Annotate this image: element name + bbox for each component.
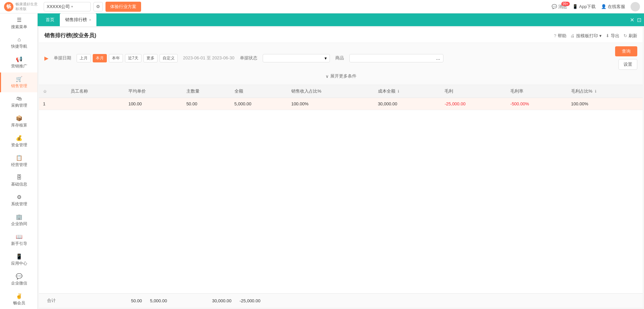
online-service-button[interactable]: 👤 在线客服	[601, 4, 625, 10]
sidebar-item-search[interactable]: ☰ 搜索菜单	[0, 13, 37, 33]
sidebar-item-shortcut[interactable]: ⌂ 快捷导航	[0, 33, 37, 53]
help-button[interactable]: ? 帮助	[554, 33, 566, 39]
settings-button[interactable]: ⚙	[93, 2, 103, 11]
col-amount: 全额	[230, 85, 287, 98]
sidebar-item-member[interactable]: ✌ 畅会员	[0, 290, 37, 309]
filter-row-main: ▶ 单据日期 上月 本月 本年 近7天 更多 自定义 2023-06-01 至 …	[44, 46, 637, 70]
sidebar-item-marketing[interactable]: 📢 营销推广	[0, 53, 37, 72]
cell-profit-pct: 100.00%	[567, 98, 643, 110]
top-bar: 畅 畅康通好生意 标准版 XXXXX公司 ▾ ⚙ 体验行业方案 💬 消息 99+…	[0, 0, 644, 13]
status-label: 单据状态	[240, 55, 257, 61]
message-badge: 99+	[561, 2, 570, 6]
cost-info-icon[interactable]: ℹ	[398, 89, 399, 93]
tab-minimize-icon[interactable]: ✕	[630, 17, 634, 23]
message-icon: 💬	[552, 4, 557, 9]
sidebar-item-inventory[interactable]: 📦 库存核算	[0, 112, 37, 132]
filter-expand-icon[interactable]: ▶	[44, 55, 48, 61]
footer-profit: -25,000.00	[235, 298, 264, 304]
print-dropdown-icon[interactable]: ▾	[599, 33, 602, 38]
app-icon: 📱	[572, 4, 578, 9]
col-qty: 主数量	[182, 85, 230, 98]
date-7days-btn[interactable]: 近7天	[125, 54, 141, 62]
finance-icon: 💰	[16, 135, 23, 141]
sidebar-item-basic[interactable]: 🗄 基础信息	[0, 171, 37, 191]
wechat-icon: 💬	[16, 273, 23, 279]
date-year-btn[interactable]: 本年	[109, 54, 123, 62]
sidebar-item-purchase[interactable]: 🛍 采购管理	[0, 92, 37, 112]
table-footer: 合计 50.00 5,000.00 30,000.00 -25,000.00	[39, 293, 643, 308]
col-profit: 毛利	[440, 85, 506, 98]
filter-right: 查询 设置	[615, 46, 637, 70]
inventory-icon: 📦	[16, 115, 23, 121]
page-content: 销售排行榜(按业务员) ? 帮助 🖨 按模板打印 ▾ ⬇ 导出	[39, 28, 643, 308]
footer-label: 合计	[43, 297, 70, 304]
basic-icon: 🗄	[16, 174, 22, 181]
chevron-down-icon: ▾	[71, 5, 73, 8]
status-select[interactable]: ▾	[263, 54, 330, 62]
query-button[interactable]: 查询	[615, 46, 637, 56]
top-bar-right: 💬 消息 99+ 📱 App下载 👤 在线客服	[552, 2, 640, 11]
col-rank: ☆	[39, 85, 67, 98]
tab-home[interactable]: 首页	[40, 13, 60, 26]
date-prev-btn[interactable]: 上月	[77, 54, 91, 62]
date-current-btn[interactable]: 本月	[93, 54, 107, 62]
sidebar-item-apps[interactable]: 📱 应用中心	[0, 250, 37, 270]
trial-button[interactable]: 体验行业方案	[105, 2, 141, 12]
cell-qty: 50.00	[182, 98, 230, 110]
profit-pct-info-icon[interactable]: ℹ	[595, 89, 596, 93]
sidebar-item-system[interactable]: ⚙ 系统管理	[0, 191, 37, 210]
footer-amount: 5,000.00	[146, 298, 171, 304]
footer-qty: 50.00	[127, 298, 146, 304]
cell-sales-pct: 100.00%	[287, 98, 374, 110]
date-custom-btn[interactable]: 自定义	[160, 54, 178, 62]
table-row[interactable]: 1100.0050.005,000.00100.00%30,000.00-25,…	[39, 98, 643, 110]
sidebar-item-wechat[interactable]: 💬 企业微信	[0, 270, 37, 290]
print-button[interactable]: 🖨 按模板打印 ▾	[570, 33, 602, 39]
cell-profit: -25,000.00	[440, 98, 506, 110]
system-icon: ⚙	[17, 194, 22, 200]
refresh-button[interactable]: ↻ 刷新	[624, 33, 637, 39]
purchase-icon: 🛍	[16, 96, 22, 102]
expand-more-button[interactable]: ∨ 展开更多条件	[44, 71, 637, 81]
sidebar-item-operation[interactable]: 📋 经营管理	[0, 151, 37, 171]
goods-more-icon: …	[436, 56, 440, 61]
goods-label: 商品	[335, 55, 344, 61]
sidebar-item-collab[interactable]: 🏢 企业协同	[0, 210, 37, 230]
page-title: 销售排行榜(按业务员)	[44, 32, 96, 39]
filter-settings-button[interactable]: 设置	[618, 59, 637, 70]
status-select-arrow: ▾	[325, 56, 327, 61]
logo: 畅 畅康通好生意 标准版	[4, 2, 41, 11]
app-download-button[interactable]: 📱 App下载	[572, 4, 596, 10]
help-icon: ?	[554, 33, 556, 38]
tab-bar-right: ✕ ⊡	[630, 17, 641, 23]
table-container: ☆ 员工名称 平均单价 主数量 全额 销售收入占比% 成本全额 ℹ 毛利 毛利率	[39, 85, 643, 293]
col-profit-rate: 毛利率	[506, 85, 567, 98]
tab-close-icon[interactable]: ×	[89, 18, 91, 22]
main-layout: ☰ 搜索菜单 ⌂ 快捷导航 📢 营销推广 🛒 销售管理 🛍 采购管理 📦 库存核…	[0, 13, 644, 309]
avatar[interactable]	[631, 2, 640, 11]
page-header: 销售排行榜(按业务员) ? 帮助 🖨 按模板打印 ▾ ⬇ 导出	[39, 28, 643, 43]
operation-icon: 📋	[16, 155, 23, 161]
export-button[interactable]: ⬇ 导出	[606, 33, 619, 39]
tab-sales-ranking[interactable]: 销售排行榜 ×	[60, 13, 96, 26]
footer-cost: 30,000.00	[208, 298, 235, 304]
cell-rank: 1	[39, 98, 67, 110]
tab-maximize-icon[interactable]: ⊡	[637, 17, 641, 23]
guide-icon: 📖	[16, 234, 23, 240]
table-header-row: ☆ 员工名称 平均单价 主数量 全额 销售收入占比% 成本全额 ℹ 毛利 毛利率	[39, 85, 643, 98]
company-selector[interactable]: XXXXX公司 ▾	[44, 2, 91, 11]
sidebar-item-sales[interactable]: 🛒 销售管理	[0, 72, 37, 92]
cell-amount: 5,000.00	[230, 98, 287, 110]
message-button[interactable]: 💬 消息 99+	[552, 4, 567, 10]
collab-icon: 🏢	[16, 214, 23, 220]
logo-icon: 畅	[4, 2, 13, 11]
search-icon: ☰	[17, 17, 22, 23]
sidebar-item-guide[interactable]: 📖 新手引导	[0, 230, 37, 250]
refresh-icon: ↻	[624, 33, 627, 38]
date-more-btn[interactable]: 更多	[143, 54, 158, 62]
export-icon: ⬇	[606, 33, 609, 38]
sidebar-item-finance[interactable]: 💰 资金管理	[0, 132, 37, 151]
col-profit-pct: 毛利占比% ℹ	[567, 85, 643, 98]
goods-select[interactable]: …	[349, 54, 443, 62]
tab-bar: 首页 销售排行榜 × ✕ ⊡	[38, 13, 644, 26]
